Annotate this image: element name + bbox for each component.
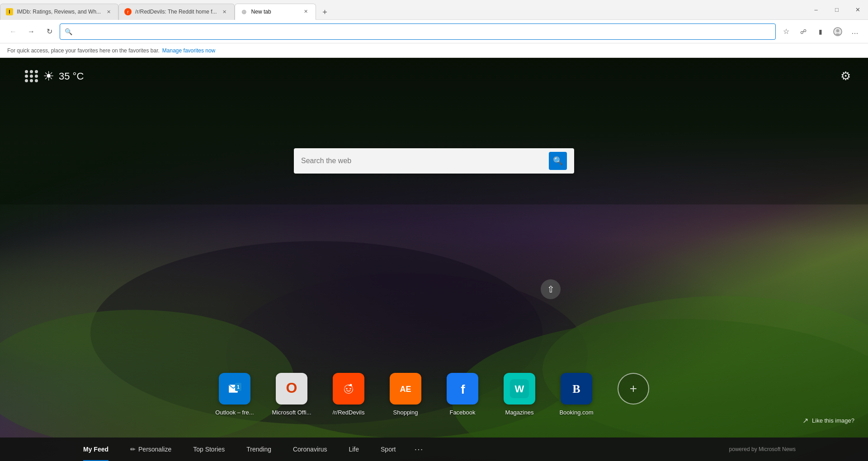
nav-item-personalize[interactable]: ✏ Personalize	[119, 437, 182, 461]
close-button[interactable]: ✕	[847, 0, 868, 20]
search-box-container: 🔍	[294, 148, 574, 174]
shortcut-magazines[interactable]: W Magazines	[495, 373, 544, 416]
new-tab-page: ☀ 35 °C ⚙ 🔍 ⇧	[0, 58, 868, 461]
tab-close-reddit[interactable]: ✕	[221, 8, 229, 16]
more-options-button[interactable]: …	[847, 24, 863, 39]
svg-rect-8	[0, 58, 868, 204]
svg-point-20	[350, 388, 351, 390]
favorites-star-button[interactable]: ☆	[778, 24, 794, 39]
nav-actions: ☆ ☍ ▮ …	[778, 24, 863, 39]
tab-title-newtab: New tab	[251, 9, 298, 15]
shortcut-label-outlook: Outlook – fre...	[215, 409, 254, 416]
search-box[interactable]: 🔍	[294, 148, 574, 174]
shortcut-office[interactable]: O Microsoft Offi...	[267, 373, 316, 416]
facebook-icon: f	[447, 373, 478, 405]
outlook-icon: 1	[219, 373, 250, 405]
nav-more-button[interactable]: ⋯	[407, 437, 430, 461]
nav-item-coronavirus[interactable]: Coronavirus	[282, 437, 338, 461]
manage-favorites-link[interactable]: Manage favorites now	[162, 47, 215, 54]
address-bar[interactable]: 🔍	[60, 24, 776, 40]
tab-close-imdb[interactable]: ✕	[104, 8, 113, 16]
svg-text:1: 1	[237, 385, 240, 390]
nav-item-trending[interactable]: Trending	[236, 437, 282, 461]
svg-point-2	[835, 33, 840, 36]
shortcuts-grid: 1 Outlook – fre... O Microsoft Offi...	[210, 373, 658, 416]
new-tab-button[interactable]: +	[318, 5, 332, 20]
shortcut-label-facebook: Facebook	[449, 409, 475, 416]
maximize-button[interactable]: □	[826, 0, 847, 20]
back-button[interactable]: ←	[5, 24, 21, 39]
powered-by-text: powered by Microsoft News	[729, 446, 796, 452]
collapse-button[interactable]: ⇧	[541, 279, 561, 299]
shortcut-outlook[interactable]: 1 Outlook – fre...	[210, 373, 259, 416]
minimize-button[interactable]: –	[806, 0, 826, 20]
favorites-bar-text: For quick access, place your favorites h…	[7, 47, 160, 54]
shortcut-booking[interactable]: B Booking.com	[552, 373, 601, 416]
favorites-bar: For quick access, place your favorites h…	[0, 43, 868, 58]
shortcut-label-office: Microsoft Offi...	[272, 409, 311, 416]
magazines-icon: W	[504, 373, 535, 405]
reddit-icon	[333, 373, 364, 405]
svg-text:B: B	[572, 382, 580, 395]
like-image-button[interactable]: ↗ Like this image?	[802, 416, 854, 425]
settings-gear-button[interactable]: ⚙	[836, 67, 854, 85]
tab-favicon-reddit: r	[124, 8, 132, 15]
nav-item-myfeed[interactable]: My Feed	[72, 437, 119, 461]
nav-item-topstories[interactable]: Top Stories	[182, 437, 236, 461]
svg-text:AE: AE	[400, 385, 411, 394]
bottom-nav: My Feed ✏ Personalize Top Stories Trendi…	[0, 437, 868, 461]
search-input[interactable]	[301, 157, 549, 165]
shortcut-label-reddit: /r/RedDevils	[333, 409, 365, 416]
shortcut-facebook[interactable]: f Facebook	[438, 373, 487, 416]
nav-item-sport[interactable]: Sport	[370, 437, 406, 461]
booking-icon: B	[561, 373, 592, 405]
shortcut-shopping[interactable]: AE Shopping	[381, 373, 430, 416]
refresh-button[interactable]: ↻	[42, 24, 57, 39]
tab-strip: I IMDb: Ratings, Reviews, and Wh... ✕ r …	[0, 0, 806, 20]
search-icon: 🔍	[65, 28, 72, 35]
tab-title-imdb: IMDb: Ratings, Reviews, and Wh...	[17, 9, 101, 15]
temperature-display: 35 °C	[59, 71, 84, 82]
title-bar: I IMDb: Ratings, Reviews, and Wh... ✕ r …	[0, 0, 868, 20]
svg-point-19	[346, 388, 348, 390]
svg-text:f: f	[461, 382, 465, 396]
tab-favicon-imdb: I	[6, 8, 13, 15]
svg-text:O: O	[286, 380, 297, 396]
tab-reddit[interactable]: r /r/RedDevils: The Reddit home f... ✕	[118, 4, 235, 20]
like-image-text: Like this image?	[812, 417, 854, 424]
nav-item-life[interactable]: Life	[338, 437, 370, 461]
nav-bar: ← → ↻ 🔍 ☆ ☍ ▮ …	[0, 20, 868, 43]
search-submit-button[interactable]: 🔍	[549, 152, 567, 170]
svg-point-23	[344, 387, 346, 389]
shortcut-label-shopping: Shopping	[393, 409, 418, 416]
forward-button[interactable]: →	[24, 24, 39, 39]
shortcut-label-booking: Booking.com	[559, 409, 593, 416]
sidebar-button[interactable]: ▮	[813, 24, 828, 39]
add-shortcut-button[interactable]: +	[618, 373, 649, 405]
browser-frame: I IMDb: Ratings, Reviews, and Wh... ✕ r …	[0, 0, 868, 461]
svg-point-18	[344, 385, 353, 393]
tab-newtab[interactable]: ⊕ New tab ✕	[235, 4, 316, 20]
svg-point-1	[836, 29, 840, 32]
window-controls: – □ ✕	[806, 0, 868, 20]
svg-point-24	[352, 387, 354, 389]
add-shortcut-item[interactable]: + Add	[609, 373, 658, 416]
expand-icon: ↗	[802, 416, 808, 425]
tab-close-newtab[interactable]: ✕	[302, 8, 310, 16]
tab-title-reddit: /r/RedDevils: The Reddit home f...	[135, 9, 217, 15]
aliexpress-icon: AE	[390, 373, 421, 405]
weather-widget: ☀ 35 °C	[25, 69, 84, 84]
sun-icon: ☀	[43, 69, 54, 84]
svg-text:W: W	[515, 383, 524, 395]
collections-button[interactable]: ☍	[796, 24, 811, 39]
address-input[interactable]	[76, 28, 771, 35]
apps-grid-icon[interactable]	[25, 70, 38, 82]
tab-imdb[interactable]: I IMDb: Ratings, Reviews, and Wh... ✕	[0, 4, 118, 20]
shortcut-reddit[interactable]: /r/RedDevils	[324, 373, 373, 416]
office-icon: O	[276, 373, 307, 405]
profile-button[interactable]	[830, 24, 845, 39]
pencil-icon: ✏	[130, 446, 136, 453]
tab-favicon-newtab: ⊕	[241, 8, 248, 15]
shortcut-label-magazines: Magazines	[505, 409, 534, 416]
